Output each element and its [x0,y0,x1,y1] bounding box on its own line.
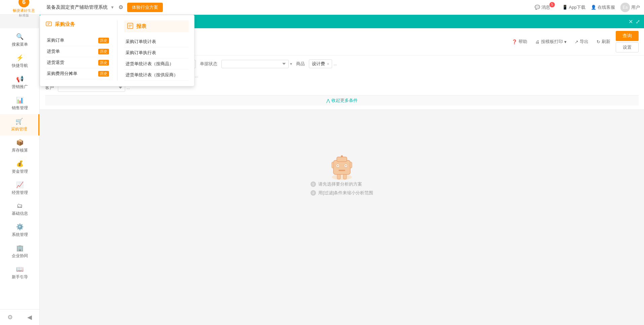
sidebar-item-purchase[interactable]: 🛒 采购管理 [0,114,39,135]
marketing-icon: 📢 [16,75,24,83]
sidebar-item-operations[interactable]: 📈 经营管理 [0,178,39,199]
tab-end-icons: ✕ ⤢ [629,15,644,28]
history-badge-receipt: 历史 [98,49,109,54]
sidebar-settings-icon[interactable]: ⚙ [7,314,13,321]
sidebar-label-finance: 资金管理 [12,169,28,174]
sidebar-label-search: 搜索菜单 [12,42,28,47]
dropdown-item-report-4[interactable]: 进货单统计表（按供应商） [124,70,189,81]
settings-button[interactable]: 设置 [616,42,639,52]
sidebar-label-basic: 基础信息 [12,211,28,216]
service-icon: 👤 [591,5,596,10]
product-label: 商品 [296,61,305,67]
sidebar-item-sales[interactable]: 📊 销售管理 [0,93,39,114]
top-header: 6 畅捷通好生意 标准版 装备及固定资产辅助管理系统 ▼ ⚙ 体验行业方案 💬 … [0,0,644,15]
sidebar-label-marketing: 营销推广 [12,84,28,90]
empty-state: ① 请先选择要分析的方案 ② 用[过滤]条件来缩小分析范围 [40,110,644,238]
tip-circle-2: ② [311,190,316,196]
sidebar-item-guide[interactable]: 📖 新手引导 [0,262,39,283]
help-icon: ❓ [512,39,517,44]
phone-icon: 📱 [562,5,568,10]
print-button[interactable]: 🖨 按模板打印 ▾ [533,37,569,46]
dropdown-arrow-icon[interactable]: ▼ [110,5,114,10]
dropdown-item-report-3[interactable]: 进货单统计表（按商品） [124,58,189,70]
refresh-icon: ↻ [597,39,600,44]
header-settings-icon[interactable]: ⚙ [118,4,123,10]
sidebar-item-marketing[interactable]: 📢 营销推广 [0,72,39,93]
sidebar-collapse-icon[interactable]: ◀ [27,314,32,321]
enterprise-icon: 🏢 [16,244,24,252]
search-icon: 🔍 [16,33,24,40]
history-badge-expense: 历史 [98,71,109,77]
dropdown-item-report-1[interactable]: 采购订单统计表 [124,36,189,47]
order-status-select[interactable] [221,60,289,68]
dropdown-item-report-2[interactable]: 采购订单执行表 [124,47,189,58]
dropdown-item-purchase-order[interactable]: 采购订单 历史 [45,35,110,46]
header-center: 装备及固定资产辅助管理系统 ▼ ⚙ 体验行业方案 [44,3,535,12]
sales-icon: 📊 [16,96,24,104]
online-service-label: 在线客服 [598,4,615,10]
sidebar-item-quick-nav[interactable]: ⚡ 快捷导航 [0,51,39,72]
svg-rect-12 [350,162,352,168]
purchase-dropdown-menu: 采购业务 采购订单 历史 进货单 历史 进货退货 历史 采购费用分摊单 历史 报… [40,15,194,86]
report-col-title: 报表 [124,21,189,32]
sidebar-label-quick: 快捷导航 [12,63,28,69]
dropdown-divider [117,21,117,81]
sidebar-label-guide: 新手引导 [12,274,28,280]
sidebar-label-purchase: 采购管理 [11,126,27,132]
report-4-label: 进货单统计表（按供应商） [126,72,178,78]
svg-rect-13 [337,174,341,179]
dropdown-item-purchase-receipt[interactable]: 进货单 历史 [45,46,110,57]
empty-tips: ① 请先选择要分析的方案 ② 用[过滤]条件来缩小分析范围 [311,180,373,197]
help-label: 帮助 [518,39,527,45]
user-action[interactable]: Ea 用户 [620,3,640,12]
history-badge-purchase-order: 历史 [98,38,109,43]
system-title: 装备及固定资产辅助管理系统 [46,4,108,10]
salesperson-more[interactable]: ... [195,74,198,78]
order-status-more[interactable]: ▾ [290,62,292,66]
purchase-return-label: 进货退货 [47,59,64,66]
tip-text-2: 用[过滤]条件来缩小分析范围 [318,190,373,195]
tab-close-all-icon[interactable]: ✕ [629,18,633,25]
system-icon: ⚙️ [16,223,24,231]
sidebar-item-system[interactable]: ⚙️ 系统管理 [0,220,39,241]
sidebar-item-finance[interactable]: 💰 资金管理 [0,157,39,178]
report-1-label: 采购订单统计表 [126,39,156,45]
svg-point-9 [345,165,347,166]
history-badge-return: 历史 [98,60,109,66]
order-status-label: 单据状态 [200,61,217,67]
logo-icon: 6 [19,0,29,7]
product-tag-close[interactable]: × [327,62,329,66]
help-button[interactable]: ❓ 帮助 [509,37,530,46]
sidebar-item-inventory[interactable]: 📦 库存核算 [0,135,39,157]
online-service-action[interactable]: 👤 在线客服 [591,4,615,10]
svg-rect-4 [337,157,347,162]
sidebar-label-system: 系统管理 [12,232,28,238]
quick-nav-icon: ⚡ [16,54,24,62]
tab-expand-icon[interactable]: ⤢ [636,18,640,25]
print-arrow-icon: ▾ [564,39,567,44]
app-download-action[interactable]: 📱 App下载 [562,4,585,10]
product-more[interactable]: ... [333,62,337,66]
svg-rect-10 [338,170,345,171]
collapse-button[interactable]: ⋀ 收起更多条件 [45,95,639,106]
basic-icon: 🗂 [17,202,23,209]
logo-sub: 标准版 [19,13,29,18]
svg-rect-3 [333,160,350,174]
report-col: 报表 采购订单统计表 采购订单执行表 进货单统计表（按商品） 进货单统计表（按供… [119,21,194,81]
industry-button[interactable]: 体验行业方案 [127,3,163,12]
svg-point-8 [337,165,338,166]
sidebar-item-basic[interactable]: 🗂 基础信息 [0,199,39,220]
tip-circle-1: ① [311,181,316,187]
inventory-icon: 📦 [16,139,24,146]
refresh-button[interactable]: ↻ 刷新 [594,37,613,46]
report-2-label: 采购订单执行表 [126,50,156,56]
export-button[interactable]: ↗ 导出 [572,37,591,46]
sidebar-item-enterprise[interactable]: 🏢 企业协同 [0,241,39,262]
query-button[interactable]: 查询 [616,31,639,41]
dropdown-item-purchase-return[interactable]: 进货退货 历史 [45,57,110,68]
product-tag: 设计费 × [309,59,332,68]
message-action[interactable]: 💬 消息 5 [535,4,557,10]
sidebar-item-search-menu[interactable]: 🔍 搜索菜单 [0,30,39,51]
dropdown-item-purchase-expense[interactable]: 采购费用分摊单 历史 [45,68,110,79]
message-label: 消息 [541,4,550,10]
